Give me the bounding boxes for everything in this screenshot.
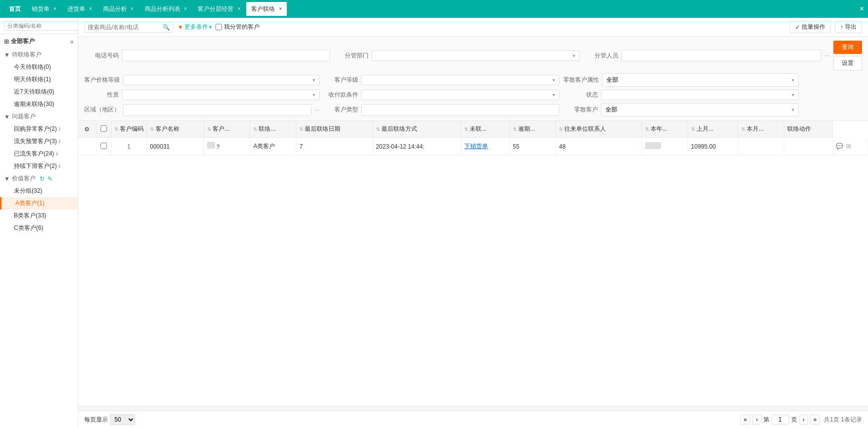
query-button[interactable]: 查询 <box>833 41 862 54</box>
col-code[interactable]: 客户编码 <box>111 121 147 138</box>
filter-price-level-select[interactable]: ▾ <box>123 75 320 85</box>
filter-retail-label: 零散客户 <box>563 106 598 114</box>
filter-price-level-field: 客户价格等级 ▾ <box>84 75 320 85</box>
batch-label: 批量操作 <box>802 23 825 31</box>
row-select-checkbox[interactable] <box>101 143 107 149</box>
current-page-input[interactable] <box>771 415 789 425</box>
sidebar-item-repurchase-abnormal[interactable]: 回购异常客户(2) ℹ <box>0 123 78 135</box>
select-all-checkbox[interactable] <box>101 125 107 132</box>
filter-more-button[interactable]: ▼ 更多条件 ▾ <box>177 23 212 31</box>
col-name[interactable]: 客户名称 <box>147 121 204 138</box>
nav-customer-contact[interactable]: 客户联络 × <box>246 2 287 16</box>
next-page-button[interactable]: › <box>799 415 808 425</box>
sidebar-item-declining[interactable]: 持续下滑客户(2) ℹ <box>0 160 78 172</box>
filter-retail-select[interactable]: 全部 ▾ <box>601 103 799 116</box>
nav-customer-tier[interactable]: 客户分层经营 × <box>193 2 245 16</box>
nav-customer-tier-close[interactable]: × <box>237 2 240 16</box>
horizontal-scrollbar[interactable] <box>78 406 868 411</box>
sidebar-item-class-b[interactable]: B类客户(33) <box>0 210 78 222</box>
row-code: 000031 <box>147 138 204 156</box>
sidebar-item-overdue[interactable]: 逾期未联络(30) <box>0 98 78 110</box>
nav-purchase[interactable]: 进货单 × <box>62 2 97 16</box>
col-overdue[interactable]: 逾期... <box>510 121 556 138</box>
value-refresh-icon[interactable]: ↻ <box>40 175 45 182</box>
filter-person-dots[interactable]: ··· <box>824 52 829 59</box>
nav-goods-analysis[interactable]: 商品分析 × <box>98 2 139 16</box>
chevron-down-icon-8: ▾ <box>792 107 794 112</box>
nav-home[interactable]: 首页 <box>4 2 26 16</box>
col-type[interactable]: 客户... <box>204 121 250 138</box>
filter-person-input[interactable] <box>621 50 821 61</box>
sidebar-item-tomorrow[interactable]: 明天待联络(1) <box>0 73 78 86</box>
action-qr-icon[interactable]: ⊞ <box>846 143 851 150</box>
last-method-link[interactable]: 下销货单 <box>464 143 488 150</box>
sidebar-all-customers[interactable]: ⊞ 全部客户 « <box>0 34 78 49</box>
filter-status-select[interactable]: ▾ <box>601 90 799 100</box>
settings-button[interactable]: 设置 <box>833 56 862 70</box>
sidebar-group-pending[interactable]: ▼ 待联络客户 <box>0 49 78 61</box>
sidebar-group-problem[interactable]: ▼ 问题客户 <box>0 110 78 123</box>
value-edit-icon[interactable]: ✎ <box>48 175 53 182</box>
sidebar-item-ungroup[interactable]: 未分组(32) <box>0 185 78 197</box>
prev-page-button[interactable]: ‹ <box>753 415 761 425</box>
col-not-contacted[interactable]: 未联... <box>461 121 510 138</box>
sidebar-item-class-c[interactable]: C类客户(6) <box>0 222 78 234</box>
sidebar-item-today[interactable]: 今天待联络(0) <box>0 61 78 73</box>
col-contact-count[interactable]: 联络... <box>250 121 296 138</box>
sidebar-item-churn-warning[interactable]: 流失预警客户(3) ℹ <box>0 135 78 148</box>
nav-purchase-close[interactable]: × <box>89 2 92 16</box>
filter-mine-input[interactable] <box>216 24 222 30</box>
col-last-date[interactable]: 最后联络日期 <box>296 121 373 138</box>
filter-search-box[interactable]: 🔍 <box>84 22 173 33</box>
table-gear-header[interactable]: ⚙ <box>78 121 96 138</box>
sidebar-item-class-a[interactable]: A类客户(1) <box>0 197 78 210</box>
row-name: ？ <box>204 138 250 156</box>
sidebar-collapse-icon[interactable]: « <box>70 38 74 46</box>
filter-more-arrow: ▾ <box>209 24 212 30</box>
col-this-year[interactable]: 本年... <box>642 121 688 138</box>
pending-arrow-icon: ▼ <box>4 52 10 58</box>
filter-phone-input[interactable] <box>122 50 330 61</box>
filter-area-input[interactable] <box>123 104 312 116</box>
col-last-month[interactable]: 上月... <box>688 121 738 138</box>
filter-payment-field: 收付款条件 ▾ <box>324 90 559 100</box>
nav-sales-close[interactable]: × <box>54 2 56 16</box>
last-page-button[interactable]: » <box>810 415 820 425</box>
sidebar-item-7days[interactable]: 近7天待联络(0) <box>0 86 78 98</box>
sidebar-group-value[interactable]: ▼ 价值客户 ↻ ✎ <box>0 172 78 185</box>
nav-goods-list-close[interactable]: × <box>184 2 187 16</box>
first-page-button[interactable]: « <box>740 415 751 425</box>
filter-mine-checkbox[interactable]: 我分管的客户 <box>216 23 260 31</box>
filter-customer-level-field: 客户等级 ▾ <box>324 75 559 85</box>
filter-search-icon[interactable]: 🔍 <box>163 24 170 31</box>
filter-cust-type-input[interactable] <box>361 104 559 116</box>
filter-payment-label: 收付款条件 <box>324 91 358 99</box>
page-size-select[interactable]: 50 100 200 <box>110 414 135 425</box>
export-button[interactable]: ↑ 导出 <box>835 21 862 33</box>
filter-dept-select[interactable]: ▾ <box>372 51 580 61</box>
filter-payment-select[interactable]: ▾ <box>361 90 559 100</box>
nav-goods-analysis-close[interactable]: × <box>131 2 134 16</box>
filter-retail-attr-select[interactable]: 全部 ▾ <box>602 73 799 87</box>
nav-customer-contact-close[interactable]: × <box>279 2 282 16</box>
col-this-month[interactable]: 本月... <box>738 121 784 138</box>
col-last-method[interactable]: 最后联络方式 <box>373 121 461 138</box>
sidebar-item-churned[interactable]: 已流失客户(24) ℹ <box>0 148 78 160</box>
batch-operation-button[interactable]: ✓ 批量操作 <box>790 21 831 33</box>
table-check-header[interactable] <box>96 121 111 138</box>
nav-goods-list[interactable]: 商品分析列表 × <box>140 2 192 16</box>
row-checkbox[interactable] <box>96 138 111 156</box>
row-last-method[interactable]: 下销货单 <box>461 138 510 156</box>
sidebar-search-input[interactable] <box>4 21 78 31</box>
action-chat-icon[interactable]: 💬 <box>836 143 843 150</box>
col-contact-person[interactable]: 往来单位联系人 <box>556 121 642 138</box>
total-pages-label: 页 <box>791 416 797 424</box>
nav-sales[interactable]: 销货单 × <box>27 2 61 16</box>
filter-dept-label: 分管部门 <box>334 52 369 60</box>
filter-customer-level-select[interactable]: ▾ <box>361 75 559 85</box>
filter-area-dots[interactable]: ··· <box>315 107 320 113</box>
filter-search-input[interactable] <box>88 24 163 31</box>
window-close-button[interactable]: × <box>860 4 864 13</box>
filter-more-label: 更多条件 <box>184 23 208 31</box>
filter-nature-select[interactable]: ▾ <box>122 90 320 100</box>
